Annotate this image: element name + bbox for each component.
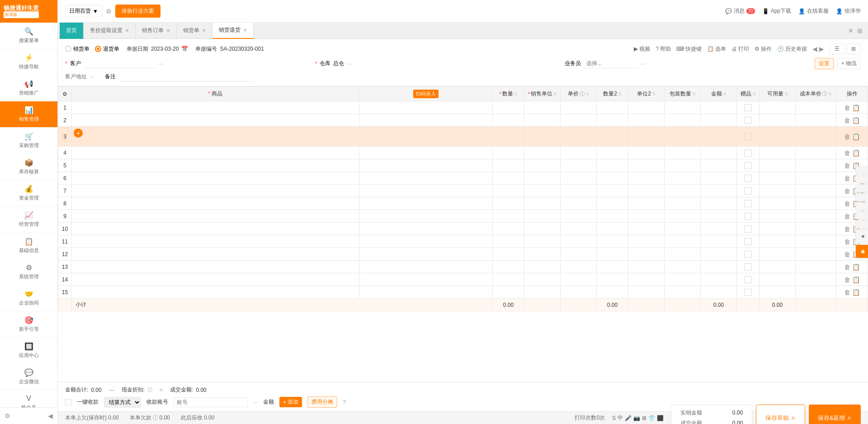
row-price-12[interactable] — [561, 248, 597, 261]
sidebar-item-9[interactable]: ⚙ 系统管理 — [0, 259, 57, 285]
sidebar-item-2[interactable]: 📢 营销推广 — [0, 75, 57, 101]
sidebar-item-6[interactable]: 💰 资金管理 — [0, 180, 57, 206]
row-pack-5[interactable] — [665, 159, 701, 172]
date-value[interactable]: 2023-03-20 — [151, 46, 179, 52]
float-btn-0[interactable]: 客 — [855, 166, 868, 174]
row-product-1[interactable] — [72, 101, 359, 114]
delete-row-btn-14[interactable]: 🗑 — [844, 276, 850, 283]
row-qty2-12[interactable] — [597, 248, 628, 261]
row-pack-4[interactable] — [665, 147, 701, 159]
row-gift-10[interactable] — [737, 223, 760, 235]
fee-split-btn[interactable]: 费用分摊 — [307, 396, 337, 408]
row-gift-12[interactable] — [737, 248, 760, 261]
tab-close-1[interactable]: ✕ — [125, 28, 129, 33]
row-unit-15[interactable] — [524, 286, 561, 299]
save-new-button[interactable]: 保存&新增 ∧ — [809, 405, 861, 424]
row-price-3[interactable] — [561, 127, 597, 147]
row-gift-14[interactable] — [737, 273, 760, 286]
industry-select[interactable]: 日用百货 ▼ — [65, 5, 102, 17]
row-qty-1[interactable] — [493, 101, 524, 114]
row-unit2-9[interactable] — [628, 210, 665, 223]
warehouse-select-icon[interactable]: ··· — [347, 61, 351, 67]
row-product-13[interactable] — [72, 261, 359, 273]
row-avail-1[interactable] — [760, 101, 796, 114]
float-btn-8[interactable]: ◉ — [855, 244, 868, 258]
copy-row-btn-2[interactable]: 📋 — [852, 117, 860, 124]
row-amount-10[interactable] — [701, 223, 737, 235]
row-unit2-6[interactable] — [628, 172, 665, 185]
add-payment-btn[interactable]: + 添加 — [279, 397, 302, 407]
row-amount-5[interactable] — [701, 159, 737, 172]
copy-row-btn-3[interactable]: 📋 — [852, 133, 860, 140]
sidebar-item-13[interactable]: 💬 企业微信 — [0, 364, 57, 390]
history-btn[interactable]: 🕐 历史单据 — [777, 45, 807, 53]
copy-row-btn-15[interactable]: 📋 — [852, 289, 860, 296]
row-avail-3[interactable] — [760, 127, 796, 147]
gift-checkbox-2[interactable] — [745, 117, 752, 124]
row-price-13[interactable] — [561, 261, 597, 273]
row-cost-8[interactable] — [796, 197, 836, 210]
row-amount-4[interactable] — [701, 147, 737, 159]
row-unit2-12[interactable] — [628, 248, 665, 261]
float-btn-6[interactable]: 夹 — [855, 220, 868, 229]
row-avail-5[interactable] — [760, 159, 796, 172]
row-price-8[interactable] — [561, 197, 597, 210]
video-btn[interactable]: ▶ 视频 — [634, 45, 650, 53]
row-cost-11[interactable] — [796, 235, 836, 248]
select-order-btn[interactable]: 📋 选单 — [707, 45, 726, 53]
row-price-14[interactable] — [561, 273, 597, 286]
row-product-3[interactable]: + — [72, 127, 359, 147]
row-unit2-13[interactable] — [628, 261, 665, 273]
row-cost-7[interactable] — [796, 185, 836, 197]
float-btn-1[interactable]: 联 — [855, 175, 868, 183]
sidebar-item-5[interactable]: 📦 库存核算 — [0, 154, 57, 180]
row-cost-5[interactable] — [796, 159, 836, 172]
delete-row-btn-7[interactable]: 🗑 — [844, 187, 850, 195]
sidebar-item-3[interactable]: 📊 销售管理 — [0, 101, 57, 128]
row-price-7[interactable] — [561, 185, 597, 197]
tab-2[interactable]: 销售订单✕ — [136, 23, 177, 39]
row-qty2-6[interactable] — [597, 172, 628, 185]
user-item[interactable]: 👤 徐泽华 — [836, 7, 861, 15]
row-avail-7[interactable] — [760, 185, 796, 197]
row-amount-6[interactable] — [701, 172, 737, 185]
row-amount-14[interactable] — [701, 273, 737, 286]
sidebar-item-8[interactable]: 📋 基础信息 — [0, 233, 57, 259]
row-cost-4[interactable] — [796, 147, 836, 159]
row-gift-2[interactable] — [737, 114, 760, 127]
next-record-btn[interactable]: ▶ — [819, 45, 824, 52]
salesperson-input[interactable] — [584, 59, 638, 68]
row-unit-11[interactable] — [524, 235, 561, 248]
row-qty2-8[interactable] — [597, 197, 628, 210]
row-qty-8[interactable] — [493, 197, 524, 210]
topbar-gear-icon[interactable]: ⚙ — [106, 8, 112, 15]
fee-help-icon[interactable]: ? — [343, 399, 346, 405]
row-amount-9[interactable] — [701, 210, 737, 223]
row-unit2-14[interactable] — [628, 273, 665, 286]
row-unit2-15[interactable] — [628, 286, 665, 299]
row-pack-1[interactable] — [665, 101, 701, 114]
row-amount-11[interactable] — [701, 235, 737, 248]
row-gift-15[interactable] — [737, 286, 760, 299]
row-price-5[interactable] — [561, 159, 597, 172]
notification-item[interactable]: 💬 消息 70 — [725, 7, 755, 15]
row-product-5[interactable] — [72, 159, 359, 172]
row-unit-6[interactable] — [524, 172, 561, 185]
row-unit-2[interactable] — [524, 114, 561, 127]
gift-checkbox-13[interactable] — [745, 263, 752, 271]
row-qty2-9[interactable] — [597, 210, 628, 223]
row-cost-12[interactable] — [796, 248, 836, 261]
discount-info-icon[interactable]: ⓘ — [147, 386, 152, 393]
product-input-3[interactable] — [193, 138, 238, 144]
trial-button[interactable]: 体验行业方案 — [115, 5, 160, 18]
row-qty2-13[interactable] — [597, 261, 628, 273]
row-pack-11[interactable] — [665, 235, 701, 248]
row-unit-14[interactable] — [524, 273, 561, 286]
row-product-9[interactable] — [72, 210, 359, 223]
row-avail-10[interactable] — [760, 223, 796, 235]
save-draft-button[interactable]: 保存草稿 ∧ — [756, 405, 805, 424]
row-pack-15[interactable] — [665, 286, 701, 299]
grid-view-btn[interactable]: ⊞ — [846, 43, 861, 54]
row-pack-8[interactable] — [665, 197, 701, 210]
row-cost-3[interactable] — [796, 127, 836, 147]
